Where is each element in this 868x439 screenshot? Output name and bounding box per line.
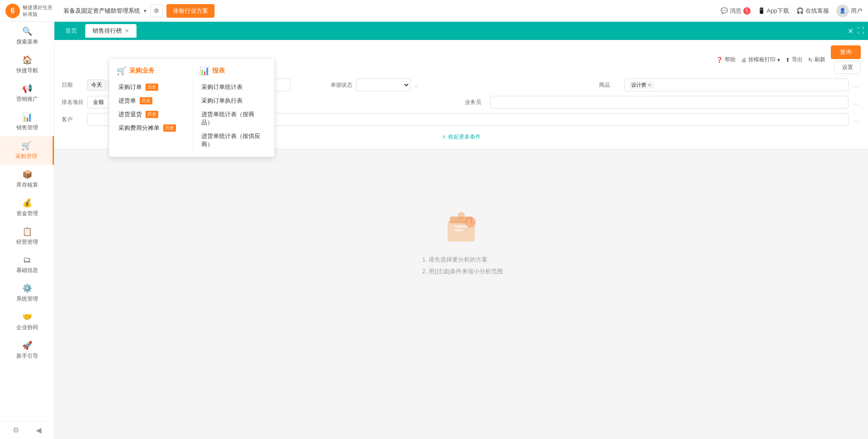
basic-info-icon: 🗂 [23, 255, 31, 265]
sidebar-collapse-btn[interactable]: ◀ [36, 426, 41, 434]
header-right: 💬 消息 5 📱 App下载 🎧 在线客服 👤 用户 [721, 5, 863, 17]
dropdown-item-purchase-expense[interactable]: 采购费用分摊单 历史 [117, 121, 185, 135]
bill-status-select[interactable] [356, 79, 410, 91]
purchase-col-icon: 🛒 [117, 66, 127, 76]
sidebar-settings-btn[interactable]: ⚙ [13, 426, 19, 434]
enterprise-icon: 🤝 [22, 312, 32, 322]
svg-point-5 [465, 217, 476, 227]
dropdown-icon: ⌄ [413, 81, 419, 89]
content-area: ❓ 帮助 🖨 按模板打印 ▾ ⬆ 导出 ↻ 刷新 [54, 40, 868, 439]
sidebar-item-sales[interactable]: 📊 销售管理 [0, 108, 54, 136]
layout: 🔍 搜索菜单 🏠 快捷导航 📢 营销推广 📊 销售管理 🛒 采购管理 📦 库存核… [0, 0, 868, 439]
dropdown-col-purchase: 🛒 采购业务 采购订单 历史 进货单 历史 进货退货 历史 [109, 64, 192, 151]
customer-more-btn[interactable]: … [851, 116, 861, 123]
marketing-icon: 📢 [22, 84, 32, 94]
sidebar-item-inventory[interactable]: 📦 库存核算 [0, 165, 54, 193]
sidebar-item-search-menu[interactable]: 🔍 搜索菜单 [0, 22, 54, 50]
guide-icon: 🚀 [22, 340, 32, 350]
help-btn[interactable]: ❓ 帮助 [716, 56, 736, 64]
logo-icon: 6 [5, 4, 20, 18]
goods-input[interactable]: 设计费 ✕ [624, 79, 848, 91]
date-label: 日期 [62, 81, 84, 89]
app-download-btn[interactable]: 📱 App下载 [758, 7, 789, 15]
svg-rect-4 [454, 229, 463, 231]
goods-tag: 设计费 ✕ [629, 81, 654, 89]
bill-status-field: 单据状态 ⌄ [331, 79, 592, 91]
svg-text:!: ! [468, 218, 470, 226]
message-btn[interactable]: 💬 消息 5 [721, 7, 751, 15]
sidebar-item-marketing[interactable]: 📢 营销推广 [0, 79, 54, 108]
tab-close-window-btn[interactable]: ✕ [848, 27, 853, 35]
message-badge: 5 [743, 7, 751, 15]
print-dropdown-icon: ▾ [777, 57, 780, 63]
dropdown-item-purchase-order-exec[interactable]: 采购订单执行表 [200, 94, 268, 108]
logo-area: 6 畅捷通好生意 标准版 [5, 4, 60, 18]
dropdown-col-report-header: 📊 报表 [200, 64, 268, 80]
dropdown-item-purchase-order-stats[interactable]: 采购订单统计表 [200, 80, 268, 94]
sidebar-item-basic-info[interactable]: 🗂 基础信息 [0, 251, 54, 279]
report-col-icon: 📊 [200, 66, 210, 76]
customer-label: 客户 [62, 116, 84, 123]
goods-field: 商品 设计费 ✕ … [599, 79, 861, 91]
sidebar-item-enterprise[interactable]: 🤝 企业协同 [0, 307, 54, 336]
phone-icon: 📱 [758, 7, 765, 14]
dropdown-col-report: 📊 报表 采购订单统计表 采购订单执行表 进货单统计表（按商品） 进货单统计表（… [192, 64, 275, 151]
purchase-icon: 🛒 [21, 141, 31, 151]
gear-button[interactable]: ⚙ [150, 5, 163, 17]
goods-more-btn[interactable]: … [851, 82, 861, 89]
sidebar-item-purchase[interactable]: 🛒 采购管理 [0, 136, 54, 165]
set-btn[interactable]: 设置 [834, 61, 861, 74]
svg-rect-3 [454, 226, 468, 227]
print-btn[interactable]: 🖨 按模板打印 ▾ [741, 56, 780, 64]
export-btn[interactable]: ⬆ 导出 [785, 56, 803, 64]
online-service-btn[interactable]: 🎧 在线客服 [796, 7, 829, 15]
main-content: 首页 销售排行榜 ✕ ✕ ⛶ ❓ 帮助 🖨 [54, 22, 868, 439]
sales-icon: 📊 [22, 112, 32, 122]
empty-icon: ! [439, 203, 484, 248]
tab-sales-ranking[interactable]: 销售排行榜 ✕ [85, 24, 137, 38]
system-dropdown-btn[interactable]: ▾ [144, 8, 146, 14]
tab-maximize-btn[interactable]: ⛶ [857, 27, 864, 35]
goods-label: 商品 [599, 81, 622, 89]
dropdown-item-purchase-order[interactable]: 采购订单 历史 [117, 80, 185, 94]
tab-bar: 首页 销售排行榜 ✕ ✕ ⛶ [54, 22, 868, 40]
dropdown-item-goods-stats-by-goods[interactable]: 进货单统计表（按商品） [200, 108, 268, 129]
query-btn[interactable]: 查询 [831, 45, 861, 59]
avatar: 👤 [836, 5, 849, 17]
inventory-icon: 📦 [22, 169, 32, 179]
message-icon: 💬 [721, 7, 728, 14]
export-icon: ⬆ [785, 57, 790, 63]
user-btn[interactable]: 👤 用户 [836, 5, 863, 17]
sidebar-item-quick-nav[interactable]: 🏠 快捷导航 [0, 50, 54, 79]
operations-icon: 📋 [22, 227, 32, 237]
dropdown-item-goods-return[interactable]: 进货退货 历史 [117, 108, 185, 121]
logo-text: 畅捷通好生意 标准版 [23, 4, 53, 17]
collapse-icon: ∧ [442, 133, 446, 140]
header: 6 畅捷通好生意 标准版 装备及固定资产辅助管理系统 ▾ ⚙ 体验行业方案 💬 … [0, 0, 868, 22]
industry-btn[interactable]: 体验行业方案 [166, 4, 215, 18]
sidebar-bottom: ⚙ ◀ [0, 421, 54, 439]
dropdown-col-purchase-header: 🛒 采购业务 [117, 64, 185, 80]
sidebar-item-system[interactable]: ⚙️ 系统管理 [0, 279, 54, 307]
salesman-more-btn[interactable]: … [851, 99, 861, 106]
finance-icon: 💰 [22, 198, 32, 208]
tab-close-btn[interactable]: ✕ [125, 28, 129, 34]
goods-tag-close[interactable]: ✕ [648, 83, 651, 88]
rank-label: 排名项目 [62, 99, 84, 106]
salesman-input[interactable] [490, 96, 848, 109]
sidebar-item-guide[interactable]: 🚀 新手引导 [0, 336, 54, 365]
refresh-icon: ↻ [808, 57, 813, 63]
date-preset-today[interactable]: 今天 [87, 79, 106, 91]
system-title: 装备及固定资产辅助管理系统 [63, 7, 140, 15]
sidebar-item-operations[interactable]: 📋 经营管理 [0, 222, 54, 251]
home-icon: 🏠 [22, 55, 32, 65]
dropdown-item-goods-receipt[interactable]: 进货单 历史 [117, 94, 185, 108]
salesman-label: 业务员 [465, 99, 488, 106]
empty-state: ! 请先选择要分析的方案 用[过滤]条件来缩小分析范围 [54, 149, 868, 331]
bill-status-label: 单据状态 [331, 81, 353, 89]
dropdown-item-goods-stats-by-supplier[interactable]: 进货单统计表（按供应商） [200, 129, 268, 151]
sidebar-item-finance[interactable]: 💰 资金管理 [0, 193, 54, 222]
refresh-btn[interactable]: ↻ 刷新 [808, 56, 825, 64]
tab-home[interactable]: 首页 [58, 24, 84, 38]
purchase-dropdown-menu: 🛒 采购业务 采购订单 历史 进货单 历史 进货退货 历史 [109, 58, 275, 157]
